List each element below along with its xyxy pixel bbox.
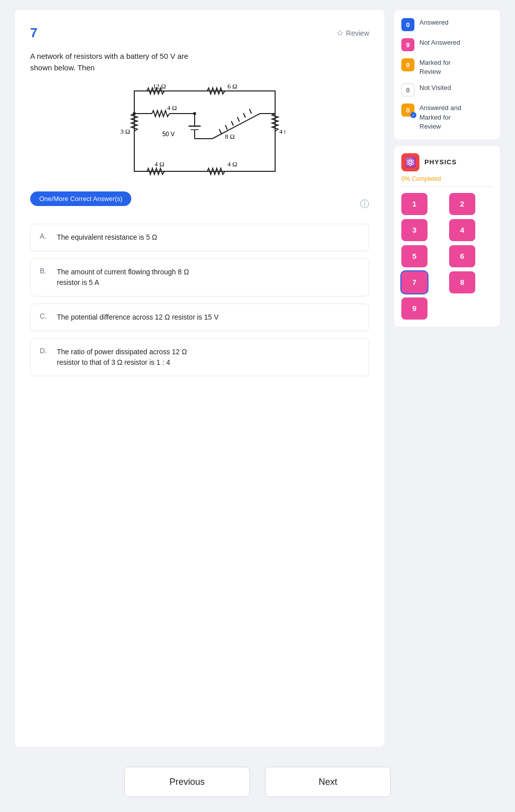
svg-line-24 — [237, 117, 239, 122]
svg-point-37 — [193, 112, 196, 115]
check-overlay-icon: ✓ — [410, 112, 416, 118]
subject-icon: ⚛️ — [401, 153, 419, 171]
legend-not-visited: 0 Not Visited — [401, 83, 493, 96]
svg-point-38 — [133, 112, 136, 115]
page-wrapper: 7 ☆ Review A network of resistors with a… — [0, 0, 515, 812]
previous-button[interactable]: Previous — [124, 767, 250, 797]
option-a-label: A. — [40, 232, 50, 240]
svg-text:3 Ω: 3 Ω — [120, 128, 130, 135]
svg-text:4 Ω: 4 Ω — [154, 160, 164, 168]
next-button[interactable]: Next — [265, 767, 391, 797]
svg-line-23 — [231, 121, 233, 126]
answered-label: Answered — [419, 18, 449, 27]
not-visited-badge: 0 — [401, 83, 414, 96]
completed-text: 0% Completed — [401, 175, 493, 182]
legend-answered: 0 Answered — [401, 18, 493, 31]
option-d-label: D. — [40, 347, 50, 355]
question-btn-5[interactable]: 5 — [401, 245, 427, 267]
question-btn-7[interactable]: 7 — [401, 271, 427, 293]
option-b-label: B. — [40, 267, 50, 275]
option-d[interactable]: D. The ratio of power dissipated across … — [30, 338, 369, 376]
svg-text:8 Ω: 8 Ω — [225, 133, 234, 140]
left-panel: 7 ☆ Review A network of resistors with a… — [15, 10, 384, 747]
svg-text:12 Ω: 12 Ω — [153, 82, 166, 90]
svg-text:4 Ω: 4 Ω — [227, 160, 237, 168]
marked-review-label: Marked forReview — [419, 58, 451, 76]
option-c-text: The potential difference across 12 Ω res… — [57, 312, 218, 323]
answered-badge: 0 — [401, 18, 414, 31]
divider — [401, 186, 493, 187]
svg-line-20 — [212, 114, 260, 139]
svg-rect-0 — [134, 91, 275, 171]
svg-line-26 — [249, 109, 251, 114]
svg-text:50 V: 50 V — [162, 131, 175, 138]
question-btn-6[interactable]: 6 — [449, 245, 475, 267]
question-btn-2[interactable]: 2 — [449, 193, 475, 215]
answered-marked-label: Answered andMarked forReview — [419, 104, 461, 131]
question-info-row: One/More Correct Answer(s) ⓘ — [30, 191, 369, 216]
question-number: 7 — [30, 25, 37, 41]
review-button[interactable]: ☆ Review — [336, 28, 369, 38]
option-d-text: The ratio of power dissipated across 12 … — [57, 347, 187, 368]
option-c-label: C. — [40, 312, 50, 320]
legend-card: 0 Answered 9 Not Answered 0 Marked fo — [394, 10, 500, 139]
footer: Previous Next — [0, 757, 515, 812]
right-panel: 0 Answered 9 Not Answered 0 Marked fo — [394, 10, 500, 747]
answered-marked-badge-wrap: 0 ✓ — [401, 104, 414, 117]
info-icon[interactable]: ⓘ — [360, 198, 369, 210]
svg-text:6 Ω: 6 Ω — [227, 82, 237, 90]
svg-text:4 Ω: 4 Ω — [279, 128, 285, 135]
option-b[interactable]: B. The amount of current flowing through… — [30, 258, 369, 296]
option-b-text: The amount of current flowing through 8 … — [57, 267, 189, 288]
svg-line-21 — [219, 129, 221, 134]
option-a-text: The equivalent resistance is 5 Ω — [57, 232, 157, 243]
question-btn-4[interactable]: 4 — [449, 219, 475, 241]
subject-header: ⚛️ PHYSICS — [401, 153, 493, 171]
subject-card: ⚛️ PHYSICS 0% Completed 123456789 — [394, 146, 500, 327]
subject-name: PHYSICS — [424, 158, 457, 166]
circuit-diagram: 12 Ω 6 Ω 3 Ω — [30, 81, 369, 181]
legend-not-answered: 9 Not Answered — [401, 38, 493, 51]
main-content: 7 ☆ Review A network of resistors with a… — [0, 0, 515, 757]
question-btn-1[interactable]: 1 — [401, 193, 427, 215]
not-answered-badge: 9 — [401, 38, 414, 51]
legend-answered-marked: 0 ✓ Answered andMarked forReview — [401, 104, 493, 131]
question-header: 7 ☆ Review — [30, 25, 369, 41]
svg-line-22 — [225, 125, 227, 130]
question-btn-8[interactable]: 8 — [449, 271, 475, 293]
question-btn-9[interactable]: 9 — [401, 297, 427, 320]
answer-type-button[interactable]: One/More Correct Answer(s) — [30, 191, 131, 206]
marked-review-badge: 0 — [401, 58, 414, 71]
option-a[interactable]: A. The equivalent resistance is 5 Ω — [30, 224, 369, 251]
svg-line-25 — [243, 113, 245, 118]
question-btn-3[interactable]: 3 — [401, 219, 427, 241]
question-text: A network of resistors with a battery of… — [30, 51, 369, 73]
legend-marked-review: 0 Marked forReview — [401, 58, 493, 76]
circuit-svg: 12 Ω 6 Ω 3 Ω — [114, 81, 285, 181]
option-c[interactable]: C. The potential difference across 12 Ω … — [30, 303, 369, 331]
svg-text:4 Ω: 4 Ω — [167, 104, 177, 112]
not-answered-label: Not Answered — [419, 38, 460, 47]
star-icon: ☆ — [336, 28, 344, 38]
not-visited-label: Not Visited — [419, 83, 451, 92]
options-section: A. The equivalent resistance is 5 Ω B. T… — [30, 224, 369, 376]
review-label: Review — [346, 29, 369, 37]
question-grid: 123456789 — [401, 193, 493, 320]
